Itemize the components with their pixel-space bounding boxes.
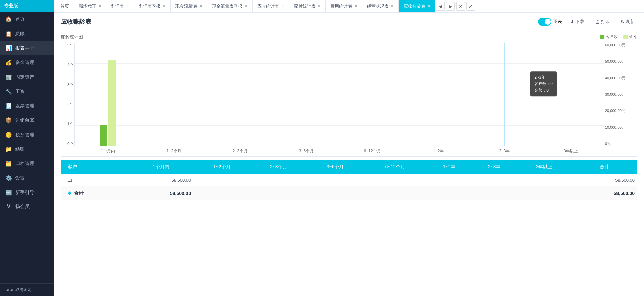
x-labels: 1个月内 1~2个月 2~3个月 3~6个月 6~12个月 1~2年 2~3年 … xyxy=(75,148,604,154)
tab-ar-stats[interactable]: 应收统计表 ✕ xyxy=(253,0,289,13)
bar-slot-7 xyxy=(538,43,604,146)
bar-slot-2 xyxy=(207,43,273,146)
refresh-btn[interactable]: ↻ 刷新 xyxy=(618,17,637,26)
table-footer-row: ◆ 合计 58,500.00 58,500.00 xyxy=(61,186,637,201)
sidebar-item-general-ledger[interactable]: 📋 总账 xyxy=(0,27,54,41)
table-row: 11 58,500.00 58,500.00 xyxy=(61,174,637,186)
tab-profit-quarterly-close[interactable]: ✕ xyxy=(163,4,166,8)
sidebar-item-home[interactable]: 🏠 首页 xyxy=(0,12,54,27)
page-content: 应收账龄表 图表 ⬇ 下载 🖨 打印 ↻ 刷新 xyxy=(54,13,644,296)
sidebar-item-label: 固定资产 xyxy=(15,74,34,80)
td-m1: 58,500.00 xyxy=(128,174,194,186)
toggle-pin-btn[interactable]: ◄◄ 取消固定 xyxy=(0,283,54,296)
bars-group xyxy=(75,43,604,146)
app-logo: 专业版 xyxy=(0,0,54,12)
sidebar-item-closing[interactable]: 📁 结账 xyxy=(0,142,54,156)
tab-cashflow[interactable]: 现金流量表 ✕ xyxy=(171,0,207,13)
legend-customer-color xyxy=(600,35,604,39)
td-y3-plus xyxy=(517,174,572,186)
tax-icon: 🪙 xyxy=(5,132,12,138)
bar-slot-3 xyxy=(273,43,339,146)
toggle-label: 图表 xyxy=(553,19,562,25)
sidebar-item-label: 工资 xyxy=(15,89,25,95)
tab-ar-aging-close[interactable]: ✕ xyxy=(427,4,430,8)
tfoot-m6-12 xyxy=(364,186,427,201)
sidebar-item-label: 报表中心 xyxy=(15,45,34,51)
tab-profit-close[interactable]: ✕ xyxy=(126,4,129,8)
tab-expense-stats[interactable]: 费用统计表 ✕ xyxy=(326,0,362,13)
tab-cashflow-quarterly[interactable]: 现金流量表季报 ✕ xyxy=(207,0,253,13)
tab-maximize-btn[interactable]: ⤢ xyxy=(466,2,475,11)
sidebar-item-beginner-guide[interactable]: 🆕 新手引导 xyxy=(0,185,54,200)
tab-prev-btn[interactable]: ◀ xyxy=(436,2,445,11)
sidebar-item-tax[interactable]: 🪙 税务管理 xyxy=(0,128,54,142)
sidebar-item-label: 总账 xyxy=(15,31,25,37)
assets-icon: 🏢 xyxy=(5,74,12,80)
tab-operations-label: 经营状况表 xyxy=(367,3,389,9)
sidebar-item-label: 新手引导 xyxy=(15,190,34,196)
y-left-1: 1个 xyxy=(67,121,73,127)
y-axis-right: 60,000.00元 50,000.00元 40,000.00元 30,000.… xyxy=(604,43,637,146)
tab-new-voucher-close[interactable]: ✕ xyxy=(98,4,101,8)
sidebar-item-settings[interactable]: ⚙️ 设置 xyxy=(0,171,54,185)
refresh-label: 刷新 xyxy=(626,19,635,25)
invoice-icon: 🧾 xyxy=(5,103,12,109)
chart-section: 账龄统计图 客户数 金额 5个 4个 3个 2个 1个 xyxy=(54,30,644,160)
th-y3-plus: 3年以上 xyxy=(517,160,572,174)
sidebar-item-invoice[interactable]: 🧾 发票管理 xyxy=(0,99,54,113)
tab-cashflow-quarterly-close[interactable]: ✕ xyxy=(245,4,248,8)
header-actions: 图表 ⬇ 下载 🖨 打印 ↻ 刷新 xyxy=(538,17,637,26)
tab-operations[interactable]: 经营状况表 ✕ xyxy=(362,0,399,13)
page-header: 应收账龄表 图表 ⬇ 下载 🖨 打印 ↻ 刷新 xyxy=(54,13,644,30)
tab-profit[interactable]: 利润表 ✕ xyxy=(106,0,134,13)
tab-ar-aging-label: 应收账龄表 xyxy=(404,3,425,9)
y-left-2: 2个 xyxy=(67,102,73,107)
sidebar-item-payroll[interactable]: 🔧 工资 xyxy=(0,84,54,99)
tab-expense-stats-close[interactable]: ✕ xyxy=(354,4,357,8)
td-y2-3 xyxy=(472,174,517,186)
td-m1-2 xyxy=(194,174,250,186)
tab-ar-aging[interactable]: 应收账龄表 ✕ xyxy=(399,0,435,13)
download-btn[interactable]: ⬇ 下载 xyxy=(568,17,587,26)
tab-next-btn[interactable]: ▶ xyxy=(446,2,455,11)
tab-close-all-btn[interactable]: ✕ xyxy=(456,2,465,11)
sidebar-item-fixed-assets[interactable]: 🏢 固定资产 xyxy=(0,70,54,84)
chart-legend: 客户数 金额 xyxy=(600,34,637,40)
tfoot-m3-6 xyxy=(307,186,364,201)
chart-title: 账龄统计图 xyxy=(61,34,637,40)
tab-ar-stats-close[interactable]: ✕ xyxy=(281,4,284,8)
tab-ap-stats[interactable]: 应付统计表 ✕ xyxy=(289,0,326,13)
y-right-30000: 30,000.00元 xyxy=(605,92,625,97)
td-m2-3 xyxy=(250,174,307,186)
tab-new-voucher-label: 新增凭证 xyxy=(79,3,96,9)
sidebar-item-archive[interactable]: 🗂️ 归档管理 xyxy=(0,156,54,171)
sidebar-item-label: 结账 xyxy=(15,146,25,152)
tab-home[interactable]: 首页 xyxy=(56,0,74,13)
print-btn[interactable]: 🖨 打印 xyxy=(592,17,612,26)
y-left-4: 4个 xyxy=(67,62,73,67)
sidebar-item-report-center[interactable]: 📊 报表中心 xyxy=(0,41,54,55)
tab-bar: 首页 新增凭证 ✕ 利润表 ✕ 利润表季报 ✕ 现金流量表 ✕ 现金流量表季报 … xyxy=(54,0,644,13)
tfoot-m2-3 xyxy=(250,186,307,201)
sidebar-item-label: 税务管理 xyxy=(15,132,34,138)
chart-container: 5个 4个 3个 2个 1个 0个 xyxy=(61,43,637,157)
ledger-icon: 📋 xyxy=(5,31,12,37)
sidebar-item-vip[interactable]: V 畅会员 xyxy=(0,200,54,214)
td-m6-12 xyxy=(364,174,427,186)
toggle-track[interactable] xyxy=(538,18,551,26)
th-y2-3: 2~3年 xyxy=(472,160,517,174)
legend-customer-count: 客户数 xyxy=(600,34,618,40)
tab-new-voucher[interactable]: 新增凭证 ✕ xyxy=(74,0,106,13)
bar-customer-0 xyxy=(100,125,107,146)
chart-toggle[interactable]: 图表 xyxy=(538,18,562,26)
table-header-row: 客户 1个月内 1~2个月 2~3个月 3~6个月 6~12个月 1~2年 2~… xyxy=(61,160,637,174)
tab-ap-stats-close[interactable]: ✕ xyxy=(318,4,321,8)
fund-icon: 💰 xyxy=(5,59,12,66)
tab-profit-quarterly[interactable]: 利润表季报 ✕ xyxy=(134,0,171,13)
y-left-5: 5个 xyxy=(67,43,73,48)
sidebar-item-fund-management[interactable]: 💰 资金管理 xyxy=(0,55,54,70)
tab-operations-close[interactable]: ✕ xyxy=(391,4,394,8)
sidebar-item-purchase-sales[interactable]: 📦 进销台账 xyxy=(0,113,54,128)
tab-cashflow-close[interactable]: ✕ xyxy=(199,4,202,8)
hover-line xyxy=(504,43,505,146)
